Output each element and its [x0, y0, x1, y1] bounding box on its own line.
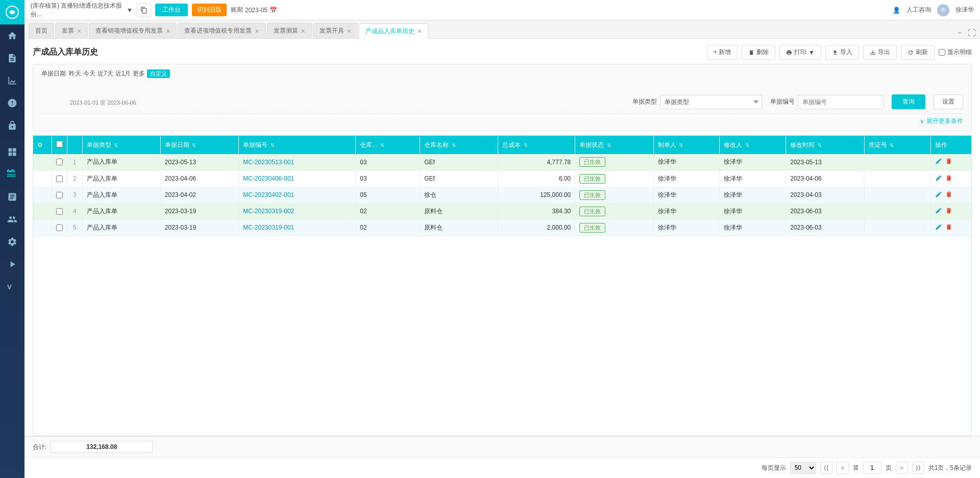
th-date[interactable]: 单据日期 ⇅ — [160, 136, 238, 154]
last-page-btn[interactable]: ⟩⟩ — [912, 462, 924, 474]
th-modifier[interactable]: 修改人 ⇅ — [720, 136, 786, 154]
th-warehouse-code[interactable]: 仓库... ⇅ — [356, 136, 420, 154]
number-link-3[interactable]: MC-20230402-001 — [243, 191, 294, 198]
row-checkbox-5[interactable] — [56, 224, 63, 231]
th-cost[interactable]: 总成本 ⇅ — [498, 136, 575, 154]
expand-more-btn[interactable]: ∨ 展开更多条件 — [920, 117, 963, 125]
calendar-icon[interactable]: 📅 — [270, 7, 277, 14]
delete-btn-4[interactable] — [945, 207, 952, 216]
sidebar-item-settings[interactable] — [0, 231, 24, 253]
copy-icon-btn[interactable] — [137, 3, 151, 17]
username[interactable]: 徐泽华 — [955, 6, 974, 14]
tab-home[interactable]: 首页 — [29, 23, 54, 38]
next-page-btn[interactable]: ＞ — [896, 462, 908, 474]
cell-wname-1: GEf — [420, 154, 498, 170]
shortcut-1month[interactable]: 近1月 — [115, 69, 131, 78]
tab-calc-close[interactable]: × — [301, 28, 305, 35]
export-button[interactable]: 导出 — [863, 45, 897, 60]
delete-button[interactable]: 删除 — [742, 45, 775, 60]
first-page-btn[interactable]: ⟨⟨ — [820, 462, 832, 474]
sidebar-item-money[interactable] — [0, 92, 24, 114]
switch-version-button[interactable]: 切到旧版 — [192, 4, 227, 16]
print-button[interactable]: 打印 ▼ — [779, 45, 821, 60]
new-button[interactable]: + 新增 — [707, 45, 738, 60]
sidebar-item-lock[interactable] — [0, 114, 24, 137]
edit-btn-2[interactable] — [935, 174, 942, 183]
delete-btn-5[interactable] — [945, 223, 952, 232]
tab-history[interactable]: 产成品入库单历史 × — [359, 23, 428, 39]
cell-status-4: 已生效 — [575, 203, 653, 219]
maximize-icon[interactable]: ⛶ — [968, 29, 976, 38]
select-all-checkbox[interactable] — [56, 141, 63, 147]
show-detail-checkbox[interactable] — [939, 49, 945, 56]
tab-sales-vat-close[interactable]: × — [166, 28, 170, 35]
tab-open[interactable]: 发票开具 × — [313, 23, 358, 38]
shortcut-today[interactable]: 今天 — [83, 69, 95, 78]
tab-purchase-vat-close[interactable]: × — [255, 28, 259, 35]
sidebar-item-grid[interactable] — [0, 141, 24, 163]
number-link-2[interactable]: MC-20230406-001 — [243, 175, 294, 182]
tab-sales-vat[interactable]: 查看销项增值税专用发票 × — [89, 23, 177, 38]
shortcut-7days[interactable]: 近7天 — [97, 69, 113, 78]
page-input[interactable] — [863, 462, 881, 474]
refresh-button[interactable]: 刷新 — [901, 45, 935, 60]
number-input[interactable] — [798, 95, 884, 109]
sidebar-item-people[interactable] — [0, 208, 24, 231]
sidebar-item-chart[interactable] — [0, 69, 24, 92]
shortcut-yesterday[interactable]: 昨天 — [69, 69, 81, 78]
show-detail-checkbox-label[interactable]: 显示明细 — [939, 48, 972, 57]
help-icon: 👤 — [893, 7, 900, 14]
tab-invoice-close[interactable]: × — [77, 28, 81, 35]
sidebar-item-warehouse[interactable] — [0, 163, 24, 186]
sidebar-item-home[interactable] — [0, 24, 24, 47]
edit-btn-3[interactable] — [935, 191, 942, 199]
cell-modifier-1: 徐泽华 — [720, 154, 786, 170]
import-button[interactable]: 导入 — [825, 45, 859, 60]
row-checkbox-2[interactable] — [56, 175, 63, 182]
th-creator[interactable]: 制单人 ⇅ — [653, 136, 720, 154]
th-settings[interactable]: ⚙ — [33, 136, 52, 154]
workbench-button[interactable]: 工作台 — [155, 4, 188, 16]
tab-calc[interactable]: 发票测算 × — [267, 23, 312, 38]
th-type[interactable]: 单据类型 ⇅ — [82, 136, 160, 154]
sort-voucher-icon: ⇅ — [890, 142, 894, 148]
tab-history-close[interactable]: × — [418, 28, 422, 35]
query-button[interactable]: 查询 — [892, 94, 925, 109]
page-size-select[interactable]: 50 100 200 — [790, 462, 816, 474]
reset-button[interactable]: 设置 — [934, 94, 963, 109]
th-status[interactable]: 单据状态 ⇅ — [575, 136, 653, 154]
th-voucher[interactable]: 凭证号 ⇅ — [864, 136, 930, 154]
cell-mtime-3: 2023-04-03 — [786, 187, 864, 203]
number-link-5[interactable]: MC-20230319-001 — [243, 224, 294, 231]
th-modify-time[interactable]: 修改时间 ⇅ — [786, 136, 864, 154]
print-dropdown-icon[interactable]: ▼ — [808, 49, 815, 56]
row-checkbox-3[interactable] — [56, 192, 63, 198]
app-logo[interactable] — [0, 0, 24, 24]
chevron-down-icon[interactable]: ▼ — [127, 7, 133, 14]
edit-btn-5[interactable] — [935, 223, 942, 232]
th-number[interactable]: 单据编号 ⇅ — [239, 136, 356, 154]
edit-btn-1[interactable] — [935, 158, 942, 166]
delete-btn-3[interactable] — [945, 191, 952, 199]
help-label[interactable]: 人工咨询 — [906, 6, 931, 14]
sidebar-item-refresh[interactable] — [0, 186, 24, 208]
row-checkbox-1[interactable] — [56, 159, 63, 165]
custom-date-tag[interactable]: 自定义 — [147, 69, 170, 78]
sidebar-item-play[interactable] — [0, 253, 24, 275]
th-warehouse-name[interactable]: 仓库名称 ⇅ — [420, 136, 498, 154]
minimize-icon[interactable]: － — [955, 28, 964, 38]
tab-purchase-vat[interactable]: 查看进项增值税专用发票 × — [178, 23, 265, 38]
sidebar-item-doc[interactable] — [0, 47, 24, 69]
sidebar-item-v[interactable]: V — [0, 275, 24, 298]
tab-open-close[interactable]: × — [347, 28, 351, 35]
prev-page-btn[interactable]: ＜ — [837, 462, 849, 474]
row-checkbox-4[interactable] — [56, 208, 63, 215]
shortcut-more[interactable]: 更多 — [133, 69, 145, 78]
type-select[interactable]: 单据类型 — [660, 95, 762, 109]
delete-btn-2[interactable] — [945, 174, 952, 183]
number-link-4[interactable]: MC-20230319-002 — [243, 208, 294, 215]
tab-invoice[interactable]: 发票 × — [55, 23, 88, 38]
edit-btn-4[interactable] — [935, 207, 942, 216]
number-link-1[interactable]: MC-20230513-001 — [243, 159, 294, 166]
delete-btn-1[interactable] — [945, 158, 952, 166]
